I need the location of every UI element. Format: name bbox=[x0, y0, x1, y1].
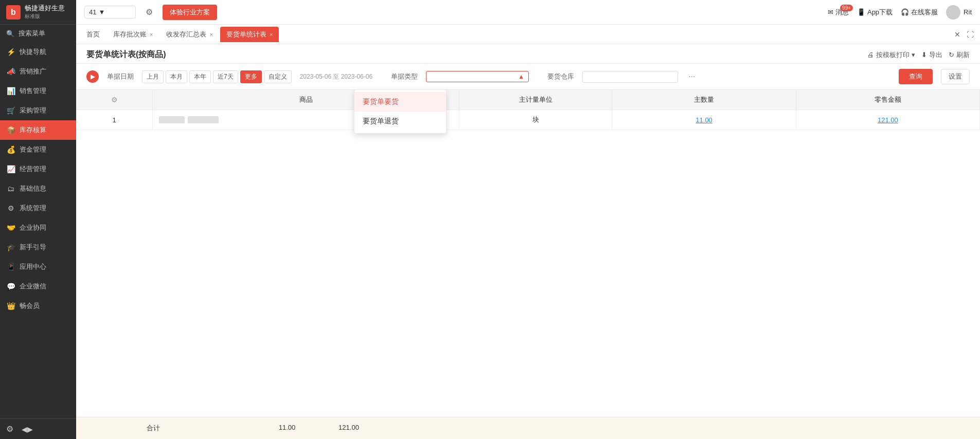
sidebar-item-basic-info[interactable]: 🗂 基础信息 bbox=[0, 179, 76, 198]
date-btn-more[interactable]: 更多 bbox=[240, 70, 262, 83]
sidebar-item-quick-nav[interactable]: ⚡ 快捷导航 bbox=[0, 42, 76, 62]
row-qty: 11.00 bbox=[612, 110, 796, 130]
sidebar-item-app-center[interactable]: 📱 应用中心 bbox=[0, 257, 76, 277]
date-btn-this-year[interactable]: 本年 bbox=[189, 70, 211, 83]
app-download-btn[interactable]: 📱 App下载 bbox=[857, 8, 893, 17]
main-area: 41 ▼ ⚙ 体验行业方案 ✉ 消息 99+ 📱 App下载 🎧 在线客服 R bbox=[76, 0, 980, 439]
type-filter-label: 单据类型 bbox=[391, 72, 418, 81]
export-btn[interactable]: ⬇ 导出 bbox=[921, 50, 942, 60]
sidebar-item-operation[interactable]: 📈 经营管理 bbox=[0, 159, 76, 179]
enterprise-icon: 🤝 bbox=[6, 224, 15, 232]
sales-icon: 📊 bbox=[6, 87, 15, 95]
headset-icon: 🎧 bbox=[901, 8, 909, 16]
sidebar-item-inventory[interactable]: 📦 库存核算 bbox=[0, 120, 76, 140]
app-logo-icon: b bbox=[6, 5, 21, 20]
type-filter-select[interactable]: ▲ bbox=[426, 71, 529, 82]
avatar bbox=[946, 5, 960, 20]
sidebar: b 畅捷通好生意 标准版 🔍 搜索菜单 ⚡ 快捷导航 📣 营销推广 📊 销售管理… bbox=[0, 0, 76, 439]
online-service-btn[interactable]: 🎧 在线客服 bbox=[901, 8, 938, 17]
basic-info-icon: 🗂 bbox=[6, 185, 15, 193]
product-placeholder-2 bbox=[188, 116, 219, 123]
sidebar-item-enterprise[interactable]: 🤝 企业协同 bbox=[0, 218, 76, 237]
topbar-gear-btn[interactable]: ⚙ bbox=[142, 5, 156, 20]
date-filter-btns: 上月 本月 本年 近7天 更多 自定义 bbox=[142, 70, 292, 83]
date-btn-this-month[interactable]: 本月 bbox=[166, 70, 187, 83]
topbar-left: 41 ▼ ⚙ 体验行业方案 bbox=[84, 5, 217, 20]
type-filter-chevron-icon: ▲ bbox=[518, 73, 524, 80]
app-center-icon: 📱 bbox=[6, 263, 15, 271]
topbar: 41 ▼ ⚙ 体验行业方案 ✉ 消息 99+ 📱 App下载 🎧 在线客服 R bbox=[76, 0, 980, 25]
expand-tabs-btn[interactable]: ⛶ bbox=[965, 28, 976, 41]
settings-bottom-icon[interactable]: ⚙ bbox=[6, 424, 13, 434]
page-content: 要货单统计表(按商品) 🖨 按模板打印 ▾ ⬇ 导出 ↻ 刷新 ▶ bbox=[76, 44, 980, 439]
phone-icon: 📱 bbox=[857, 8, 865, 16]
inventory-icon: 📦 bbox=[6, 126, 15, 134]
row-amount-link[interactable]: 121.00 bbox=[878, 116, 898, 124]
date-range-display: 2023-05-06 至 2023-06-06 bbox=[300, 72, 372, 81]
date-btn-custom[interactable]: 自定义 bbox=[264, 70, 292, 83]
quick-nav-icon: ⚡ bbox=[6, 48, 15, 56]
row-seq: 1 bbox=[76, 110, 153, 130]
sidebar-item-marketing[interactable]: 📣 营销推广 bbox=[0, 62, 76, 81]
tab-inventory-batch[interactable]: 库存批次账 × bbox=[107, 27, 159, 42]
company-selector[interactable]: 41 ▼ bbox=[84, 6, 136, 19]
table-container: ⚙ 商品 主计量单位 主数量 零售金额 1 bbox=[76, 90, 980, 417]
tab-order-summary[interactable]: 要货单统计表 × bbox=[220, 27, 279, 42]
print-btn[interactable]: 🖨 按模板打印 ▾ bbox=[867, 50, 915, 60]
sidebar-item-sys-mgmt[interactable]: ⚙ 系统管理 bbox=[0, 198, 76, 218]
sidebar-item-finance[interactable]: 💰 资金管理 bbox=[0, 140, 76, 159]
tabs-bar: 首页 库存批次账 × 收发存汇总表 × 要货单统计表 × ✕ ⛶ bbox=[76, 25, 980, 44]
date-filter-label: 单据日期 bbox=[107, 72, 134, 81]
product-placeholder-1 bbox=[159, 116, 185, 123]
sidebar-search[interactable]: 🔍 搜索菜单 bbox=[0, 25, 76, 42]
settings-btn[interactable]: 设置 bbox=[941, 69, 970, 84]
industry-btn[interactable]: 体验行业方案 bbox=[163, 5, 217, 20]
wechat-icon: 💬 bbox=[6, 282, 15, 290]
dropdown-item-require-goods[interactable]: 要货单要货 bbox=[354, 92, 446, 112]
date-btn-7days[interactable]: 近7天 bbox=[213, 70, 238, 83]
print-chevron-icon: ▾ bbox=[912, 51, 915, 59]
query-btn[interactable]: 查询 bbox=[899, 69, 933, 84]
column-settings-icon[interactable]: ⚙ bbox=[111, 96, 118, 104]
footer-total-qty: 11.00 bbox=[279, 424, 296, 431]
table-footer: 合计 11.00 121.00 bbox=[76, 417, 980, 439]
row-amount: 121.00 bbox=[796, 110, 979, 130]
tab-home[interactable]: 首页 bbox=[80, 27, 106, 42]
sidebar-item-vip[interactable]: 👑 畅会员 bbox=[0, 296, 76, 316]
row-qty-link[interactable]: 11.00 bbox=[696, 116, 712, 124]
collapse-icon[interactable]: ◀▶ bbox=[22, 425, 33, 433]
user-profile-btn[interactable]: Rit bbox=[946, 5, 972, 20]
tab-collect-summary[interactable]: 收发存汇总表 × bbox=[160, 27, 219, 42]
sidebar-item-purchase[interactable]: 🛒 采购管理 bbox=[0, 101, 76, 120]
sidebar-item-sales[interactable]: 📊 销售管理 bbox=[0, 81, 76, 101]
col-gear: ⚙ bbox=[76, 90, 153, 110]
operation-icon: 📈 bbox=[6, 165, 15, 173]
page-title: 要货单统计表(按商品) bbox=[86, 49, 166, 60]
data-table: ⚙ 商品 主计量单位 主数量 零售金额 1 bbox=[76, 90, 980, 130]
print-icon: 🖨 bbox=[867, 51, 874, 59]
sys-mgmt-icon: ⚙ bbox=[6, 204, 15, 212]
filter-more-options-icon[interactable]: ··· bbox=[688, 72, 695, 81]
sidebar-item-guide[interactable]: 🎓 新手引导 bbox=[0, 237, 76, 257]
row-unit: 块 bbox=[459, 110, 612, 130]
tab-close-collect-summary[interactable]: × bbox=[209, 31, 212, 38]
tab-close-order-summary[interactable]: × bbox=[270, 31, 273, 38]
message-icon: ✉ bbox=[828, 8, 833, 16]
close-all-tabs-btn[interactable]: ✕ bbox=[952, 28, 963, 41]
filter-toggle-btn[interactable]: ▶ bbox=[86, 70, 99, 83]
date-btn-last-month[interactable]: 上月 bbox=[142, 70, 164, 83]
refresh-icon: ↻ bbox=[949, 51, 954, 59]
refresh-btn[interactable]: ↻ 刷新 bbox=[949, 50, 970, 60]
messages-btn[interactable]: ✉ 消息 99+ bbox=[828, 8, 849, 17]
footer-total-label: 合计 bbox=[147, 424, 160, 432]
tab-close-inventory-batch[interactable]: × bbox=[150, 31, 153, 38]
table-header-row: ⚙ 商品 主计量单位 主数量 零售金额 bbox=[76, 90, 980, 110]
sidebar-item-wechat[interactable]: 💬 企业微信 bbox=[0, 277, 76, 296]
warehouse-filter-input[interactable] bbox=[582, 71, 678, 83]
sidebar-logo: b 畅捷通好生意 标准版 bbox=[0, 0, 76, 25]
sidebar-bottom: ⚙ ◀▶ bbox=[0, 418, 76, 439]
purchase-icon: 🛒 bbox=[6, 106, 15, 115]
app-title: 畅捷通好生意 标准版 bbox=[25, 4, 65, 20]
warehouse-filter-label: 要货仓库 bbox=[547, 72, 574, 81]
dropdown-item-require-return[interactable]: 要货单退货 bbox=[354, 112, 446, 131]
